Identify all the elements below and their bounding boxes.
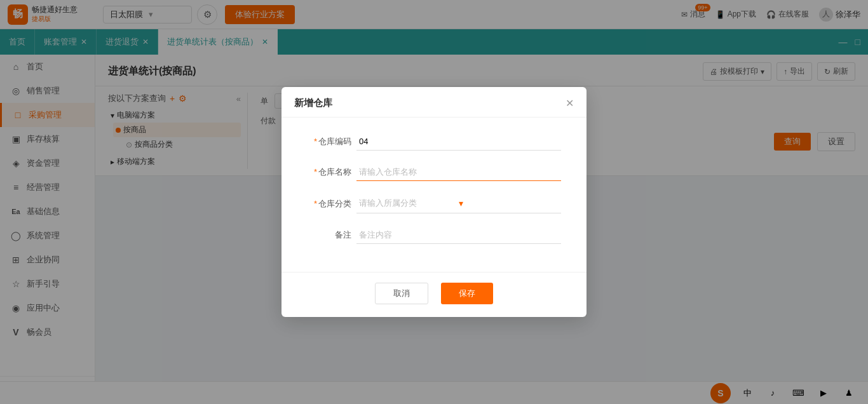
form-row-code: *仓库编码 <box>307 133 561 151</box>
category-placeholder: 请输入所属分类 <box>359 198 459 209</box>
modal-add-warehouse: 新增仓库 ✕ *仓库编码 *仓库名称 *仓库分类 <box>281 87 587 317</box>
modal-close-button[interactable]: ✕ <box>566 97 574 109</box>
form-row-remark: 备注 <box>307 226 561 244</box>
modal-overlay: 新增仓库 ✕ *仓库编码 *仓库名称 *仓库分类 <box>0 0 868 404</box>
code-input[interactable] <box>356 133 561 151</box>
name-input[interactable] <box>356 163 561 181</box>
modal-title: 新增仓库 <box>294 97 332 109</box>
form-row-category: *仓库分类 请输入所属分类 ▾ <box>307 194 561 213</box>
modal-body: *仓库编码 *仓库名称 *仓库分类 请输入所属分类 ▾ <box>281 118 587 272</box>
save-button[interactable]: 保存 <box>441 283 493 304</box>
modal-header: 新增仓库 ✕ <box>281 87 587 118</box>
remark-label: 备注 <box>307 229 351 241</box>
category-select[interactable]: 请输入所属分类 ▾ <box>356 194 561 213</box>
code-label: *仓库编码 <box>307 136 351 147</box>
category-arrow-icon: ▾ <box>459 198 559 208</box>
form-row-name: *仓库名称 <box>307 163 561 181</box>
remark-input[interactable] <box>356 226 561 244</box>
modal-footer: 取消 保存 <box>281 272 587 317</box>
cancel-button[interactable]: 取消 <box>375 283 428 304</box>
category-label: *仓库分类 <box>307 198 351 210</box>
name-label: *仓库名称 <box>307 166 351 178</box>
